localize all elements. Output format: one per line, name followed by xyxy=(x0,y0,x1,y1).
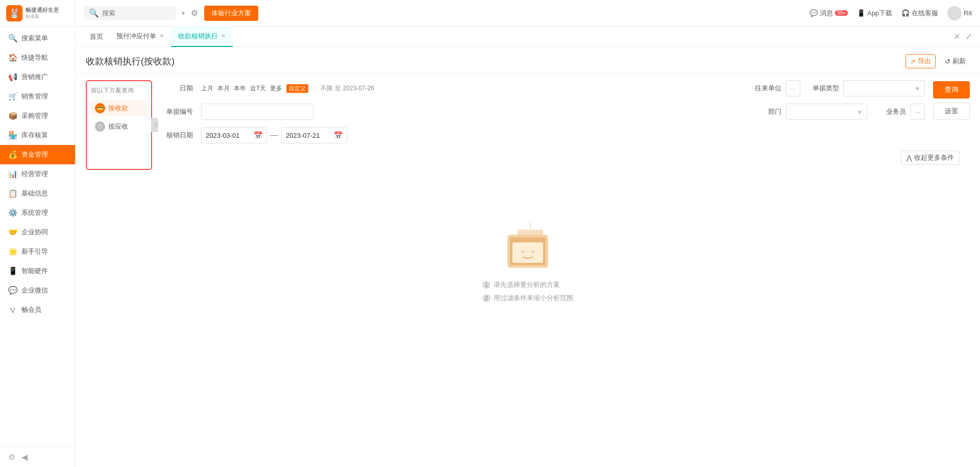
bill-type-label: 单据类型 xyxy=(808,84,839,93)
filter-option-receipt-label: 按收款 xyxy=(108,104,128,113)
date-no-limit-label: 不限 xyxy=(321,84,333,93)
calendar-start-icon[interactable]: 📅 xyxy=(254,131,262,139)
nav-icon-sales: 🛒 xyxy=(8,92,17,101)
calendar-end-icon[interactable]: 📅 xyxy=(334,131,342,139)
sidebar-item-sales[interactable]: 🛒销售管理 xyxy=(0,87,75,106)
content-inner: 收款核销执行(按收款) ↗ 导出 ↺ 刷新 按以下方案查询 xyxy=(76,47,980,467)
svg-rect-5 xyxy=(518,230,543,236)
search-input[interactable] xyxy=(102,9,163,17)
refresh-button[interactable]: ↺ 刷新 xyxy=(941,55,970,68)
settings-icon[interactable]: ⚙ xyxy=(8,452,15,462)
tab-prepay[interactable]: 预付冲应付单 ✕ xyxy=(109,27,171,47)
tab-bar: 首页 预付冲应付单 ✕ 收款核销执行 ✕ ✕ ⤢ xyxy=(76,27,980,47)
user-avatar-area[interactable]: Rit xyxy=(947,6,972,20)
sidebar-item-quicknav[interactable]: 🏠快捷导航 xyxy=(0,48,75,67)
nav-icon-purchase: 📦 xyxy=(8,111,17,120)
nav-icon-search: 🔍 xyxy=(8,34,17,43)
online-service-btn[interactable]: 🎧 在线客服 xyxy=(901,9,938,18)
page-title: 收款核销执行(按收款) xyxy=(86,55,175,67)
collapse-more-button[interactable]: ⋀ 收起更多条件 xyxy=(901,151,960,165)
setting-button[interactable]: 设置 xyxy=(933,103,970,120)
dept-dropdown[interactable]: ▾ xyxy=(786,104,867,120)
message-btn[interactable]: 💬 消息 99+ xyxy=(810,9,848,18)
writeoff-end-input[interactable] xyxy=(286,132,332,139)
logo-icon: 🐰 xyxy=(6,5,22,21)
tab-receive[interactable]: 收款核销执行 ✕ xyxy=(171,27,233,47)
filter-sidebar-title: 按以下方案查询 xyxy=(91,86,147,95)
tab-receive-close[interactable]: ✕ xyxy=(221,33,226,39)
collapse-more-label: 收起更多条件 xyxy=(914,153,954,162)
writeoff-date-group: 📅 — 📅 xyxy=(201,127,347,143)
sidebar-item-member[interactable]: V畅会员 xyxy=(0,300,75,319)
counterparty-field-group: 往来单位 ··· xyxy=(751,80,800,96)
export-button[interactable]: ↗ 导出 xyxy=(905,54,936,68)
date-no-limit-area: 不限 至 2023-07-26 xyxy=(321,84,374,93)
empty-svg xyxy=(497,217,564,273)
svg-point-3 xyxy=(521,250,524,253)
counterparty-label: 往来单位 xyxy=(751,84,781,93)
close-tab-icon[interactable]: ✕ xyxy=(953,32,960,41)
nav-icon-wechat: 💬 xyxy=(8,286,17,295)
query-button[interactable]: 查询 xyxy=(933,81,970,99)
app-download-btn[interactable]: 📱 App下载 xyxy=(857,9,892,18)
main-content: 🔍 ▾ ⚙ 体验行业方案 💬 消息 99+ 📱 App下载 🎧 在线客服 Rit xyxy=(76,0,980,467)
sidebar-item-system[interactable]: ⚙️系统管理 xyxy=(0,203,75,223)
sidebar-item-purchase[interactable]: 📦采购管理 xyxy=(0,106,75,126)
nav-label-guide: 新手引导 xyxy=(21,247,48,256)
dropdown-arrow: ▾ xyxy=(916,85,919,92)
refresh-icon: ↺ xyxy=(945,58,950,65)
staff-field-group: 业务员 ··· xyxy=(875,104,925,120)
nav-icon-guide: 🌟 xyxy=(8,247,17,256)
content-area: 收款核销执行(按收款) ↗ 导出 ↺ 刷新 按以下方案查询 xyxy=(76,47,980,467)
header-right: 💬 消息 99+ 📱 App下载 🎧 在线客服 Rit xyxy=(810,6,972,20)
sidebar-item-inventory[interactable]: 🏪库存核算 xyxy=(0,126,75,145)
writeoff-end-date[interactable]: 📅 xyxy=(281,127,347,143)
header-gear-icon[interactable]: ⚙ xyxy=(191,8,198,18)
step-2: 2 xyxy=(482,294,491,302)
sidebar-item-basic[interactable]: 📋基础信息 xyxy=(0,184,75,203)
nav-label-wechat: 企业微信 xyxy=(21,286,48,295)
bill-no-input[interactable] xyxy=(201,104,313,120)
filter-row-bill: 单据编号 部门 ▾ 业务员 xyxy=(162,104,925,120)
solution-button[interactable]: 体验行业方案 xyxy=(204,6,258,21)
writeoff-start-date[interactable]: 📅 xyxy=(201,127,267,143)
filter-collapse-button[interactable]: 《 xyxy=(151,118,158,132)
sidebar-item-finance[interactable]: 💰资金管理 xyxy=(0,145,75,164)
expand-tab-icon[interactable]: ⤢ xyxy=(965,32,972,41)
shortcut-last-month[interactable]: 上月 xyxy=(201,84,213,93)
filter-option-by-receivable[interactable]: ⏱ 按应收 xyxy=(91,118,147,135)
sidebar-item-search[interactable]: 🔍搜索菜单 xyxy=(0,29,75,48)
filter-form: 日期 上月 本月 本年 近7天 更多 自定义 xyxy=(162,80,925,151)
filter-option-by-receipt[interactable]: 💳 按收款 xyxy=(91,100,147,116)
counterparty-select-btn[interactable]: ··· xyxy=(786,80,800,96)
filter-row-writeoff: 核销日期 📅 — 📅 xyxy=(162,127,925,143)
date-label: 日期 xyxy=(162,84,193,93)
nav-label-hardware: 智能硬件 xyxy=(21,266,48,276)
bill-type-dropdown[interactable]: ▾ xyxy=(843,80,925,96)
service-icon: 🎧 xyxy=(901,9,910,17)
custom-badge[interactable]: 自定义 xyxy=(286,84,308,93)
filter-sidebar-panel: 按以下方案查询 💳 按收款 ⏱ 按应收 《 xyxy=(86,80,152,170)
sidebar-item-hardware[interactable]: 📱智能硬件 xyxy=(0,261,75,281)
shortcut-this-year[interactable]: 本年 xyxy=(234,84,246,93)
shortcut-more[interactable]: 更多 xyxy=(270,84,282,93)
sidebar-item-marketing[interactable]: 📢营销推广 xyxy=(0,67,75,87)
filter-form-with-actions: 日期 上月 本月 本年 近7天 更多 自定义 xyxy=(162,80,970,151)
sidebar-item-operation[interactable]: 📊经营管理 xyxy=(0,164,75,184)
staff-select-btn[interactable]: ··· xyxy=(910,104,925,120)
sidebar-bottom: ⚙ ◀ xyxy=(0,447,75,467)
header-chevron-icon[interactable]: ▾ xyxy=(182,10,185,17)
shortcut-7days[interactable]: 近7天 xyxy=(250,84,266,93)
header-search-box[interactable]: 🔍 xyxy=(84,6,176,20)
shortcut-this-month[interactable]: 本月 xyxy=(217,84,230,93)
sidebar-item-wechat[interactable]: 💬企业微信 xyxy=(0,281,75,300)
nav-icon-marketing: 📢 xyxy=(8,72,17,82)
sidebar-item-guide[interactable]: 🌟新手引导 xyxy=(0,242,75,261)
hint1-text: 请先选择要分析的方案 xyxy=(494,278,560,291)
tab-home[interactable]: 首页 xyxy=(84,27,109,47)
collapse-sidebar-icon[interactable]: ◀ xyxy=(21,452,28,462)
sidebar-item-enterprise[interactable]: 🤝企业协同 xyxy=(0,223,75,242)
nav-icon-operation: 📊 xyxy=(8,169,17,179)
writeoff-start-input[interactable] xyxy=(206,132,252,139)
tab-prepay-close[interactable]: ✕ xyxy=(159,33,164,39)
